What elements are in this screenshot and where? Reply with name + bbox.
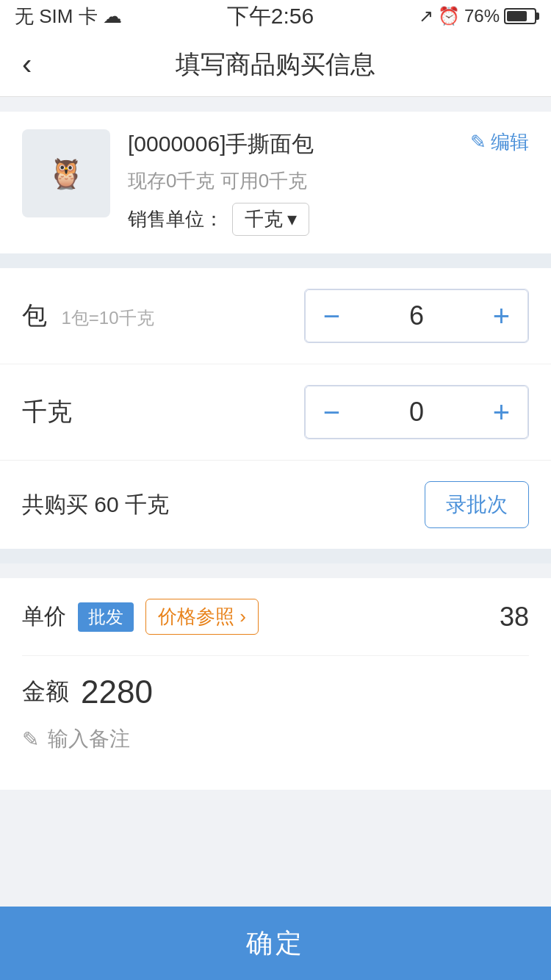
status-right: ↗ ⏰ 76% — [419, 6, 536, 26]
kg-quantity-input[interactable] — [358, 386, 475, 439]
battery-icon — [504, 8, 536, 24]
summary-text: 共购买 60 千克 — [22, 490, 169, 520]
unit-select[interactable]: 千克 ▾ — [232, 203, 309, 236]
page-title: 填写商品购买信息 — [176, 48, 375, 82]
note-row[interactable]: ✎ 输入备注 — [22, 725, 529, 768]
package-quantity-input[interactable] — [358, 289, 475, 342]
price-value: 38 — [500, 602, 529, 633]
product-card: 🦉 [0000006]手撕面包 ✎ 编辑 现存0千克 可用0千克 销售单位： 千… — [0, 112, 551, 253]
kg-quantity-controls: − + — [304, 385, 529, 439]
battery-text: 76% — [464, 6, 500, 26]
back-button[interactable]: ‹ — [22, 48, 32, 81]
status-time: 下午2:56 — [227, 1, 314, 32]
edit-label: 编辑 — [491, 129, 529, 155]
confirm-button[interactable]: 确定 — [0, 907, 551, 980]
note-placeholder: 输入备注 — [48, 725, 130, 753]
location-icon: ↗ — [419, 6, 433, 26]
price-reference-button[interactable]: 价格参照 › — [145, 599, 259, 635]
unit-label: 销售单位： — [128, 206, 223, 232]
product-info: [0000006]手撕面包 ✎ 编辑 现存0千克 可用0千克 销售单位： 千克 … — [128, 129, 529, 236]
nav-bar: ‹ 填写商品购买信息 — [0, 32, 551, 97]
alarm-icon: ⏰ — [438, 6, 460, 26]
note-icon: ✎ — [22, 727, 39, 752]
package-label: 包 1包=10千克 — [22, 299, 304, 333]
package-quantity-row: 包 1包=10千克 − + — [0, 268, 551, 364]
spacer — [0, 790, 551, 907]
price-tag: 批发 — [78, 602, 134, 632]
price-label: 单价 — [22, 602, 66, 632]
package-minus-button[interactable]: − — [305, 289, 358, 342]
status-bar: 无 SIM 卡 ☁ 下午2:56 ↗ ⏰ 76% — [0, 0, 551, 32]
package-plus-button[interactable]: + — [475, 289, 528, 342]
section-divider-2 — [0, 549, 551, 563]
chevron-down-icon: ▾ — [287, 208, 297, 231]
amount-label: 金额 — [22, 676, 69, 708]
status-left: 无 SIM 卡 ☁ — [15, 4, 122, 29]
product-logo: 🦉 — [48, 156, 84, 191]
package-sub-label: 1包=10千克 — [61, 308, 154, 328]
kg-label: 千克 — [22, 395, 304, 429]
product-stock: 现存0千克 可用0千克 — [128, 168, 529, 194]
kg-quantity-row: 千克 − + — [0, 364, 551, 461]
edit-icon: ✎ — [470, 131, 486, 154]
kg-plus-button[interactable]: + — [475, 386, 528, 439]
kg-minus-button[interactable]: − — [305, 386, 358, 439]
product-unit: 销售单位： 千克 ▾ — [128, 203, 529, 236]
product-name: [0000006]手撕面包 — [128, 129, 314, 159]
record-batch-button[interactable]: 录批次 — [425, 481, 529, 528]
amount-value: 2280 — [81, 674, 153, 710]
unit-value: 千克 — [245, 206, 283, 232]
section-divider-1 — [0, 253, 551, 268]
edit-button[interactable]: ✎ 编辑 — [470, 129, 529, 155]
summary-row: 共购买 60 千克 录批次 — [0, 461, 551, 549]
product-image: 🦉 — [22, 129, 110, 217]
amount-row: 金额 2280 — [22, 674, 529, 710]
price-section: 单价 批发 价格参照 › 38 — [0, 578, 551, 655]
package-quantity-controls: − + — [304, 289, 529, 343]
no-sim-text: 无 SIM 卡 ☁ — [15, 4, 122, 29]
amount-section: 金额 2280 ✎ 输入备注 — [0, 655, 551, 790]
